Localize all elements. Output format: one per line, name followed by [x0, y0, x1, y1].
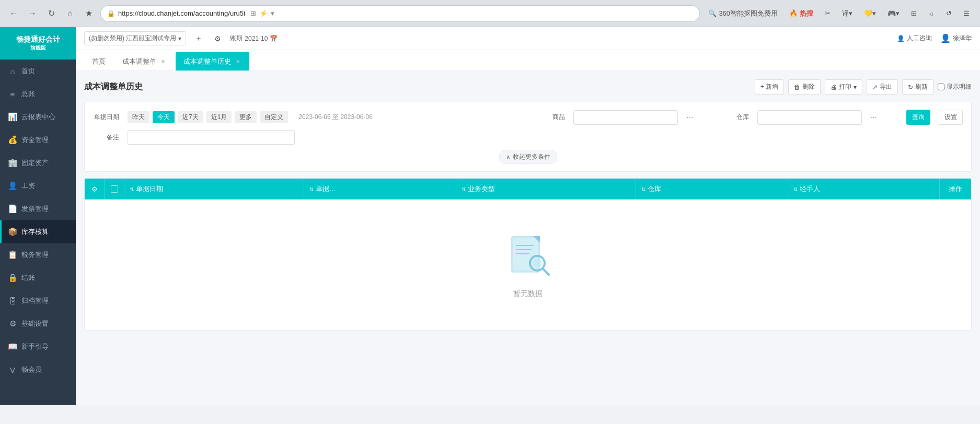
top-bar: (勿删勿禁用) 江西服宝测试专用 ▾ ＋ ⚙ 账期 2021-10 📅 👤 人工…	[76, 27, 980, 50]
scissors-button[interactable]: ✂	[821, 6, 835, 21]
fixed-assets-icon: 🏢	[8, 158, 17, 168]
tab-cost-adjust-history[interactable]: 成本调整单历史 ×	[176, 52, 249, 70]
page-actions: + 新增 🗑 删除 🖨 打印 ▾ ↗ 导出 ↻	[755, 79, 972, 95]
grid-button[interactable]: ⊞	[907, 6, 921, 21]
warehouse-more-icon[interactable]: ···	[870, 113, 877, 122]
date-btn-more[interactable]: 更多	[235, 111, 257, 123]
th-warehouse[interactable]: ⇅ 仓库	[636, 179, 788, 199]
goods-more-icon[interactable]: ···	[686, 113, 693, 122]
th-handler[interactable]: ⇅ 经手人	[788, 179, 940, 199]
company-selector[interactable]: (勿删勿禁用) 江西服宝测试专用 ▾	[84, 31, 186, 45]
user-avatar-icon: 👤	[940, 33, 951, 43]
tab-close-history[interactable]: ×	[234, 58, 241, 65]
export-button[interactable]: ↗ 导出	[867, 79, 898, 95]
th-settings[interactable]: ⚙	[85, 179, 105, 199]
page-header: 成本调整单历史 + 新增 🗑 删除 🖨 打印 ▾ ↗ 导出	[84, 79, 972, 95]
tab-nav: 首页 成本调整单 × 成本调整单历史 ×	[76, 50, 980, 71]
sidebar-item-inventory[interactable]: 📦 库存核算	[0, 220, 76, 243]
show-bright-checkbox[interactable]	[938, 84, 944, 90]
warehouse-label: 仓库	[723, 113, 749, 122]
app-container: 畅捷通好会计 旗舰版 ⌂ 首页 ≡ 总账 📊 云报表中心 💰 资金管理 🏢	[0, 27, 980, 405]
warehouse-input[interactable]	[757, 110, 862, 125]
sort-date-icon: ⇅	[130, 186, 134, 192]
filter-settings-button[interactable]: 设置	[939, 110, 963, 125]
print-dropdown-icon[interactable]: ▾	[854, 84, 857, 91]
th-date[interactable]: ⇅ 单据日期	[124, 179, 304, 199]
sidebar-item-ledger[interactable]: ≡ 总账	[0, 83, 76, 105]
sidebar-item-funds[interactable]: 💰 资金管理	[0, 128, 76, 151]
sidebar-item-invoice[interactable]: 📄 发票管理	[0, 197, 76, 220]
th-biz-type[interactable]: ⇅ 业务类型	[456, 179, 636, 199]
collapse-icon: ∧	[506, 154, 511, 161]
th-num[interactable]: ⇅ 单据...	[304, 179, 456, 199]
main-content: (勿删勿禁用) 江西服宝测试专用 ▾ ＋ ⚙ 账期 2021-10 📅 👤 人工…	[76, 27, 980, 405]
remark-label: 备注	[93, 133, 119, 142]
hot-search-button[interactable]: 🔥 热搜	[785, 6, 817, 21]
dropdown-icon[interactable]: ▾	[271, 9, 274, 17]
menu-button[interactable]: ☰	[959, 6, 974, 21]
show-bright-check[interactable]: 显示明细	[938, 83, 972, 91]
date-btn-custom[interactable]: 自定义	[260, 111, 288, 123]
sidebar-item-archive[interactable]: 🗄 归档管理	[0, 289, 76, 312]
sidebar-item-salary[interactable]: 👤 工资	[0, 174, 76, 197]
sort-warehouse-icon: ⇅	[641, 186, 645, 192]
undo-button[interactable]: ↺	[942, 6, 956, 21]
home-button[interactable]: ⌂	[63, 6, 77, 21]
export-icon: ↗	[872, 84, 878, 91]
sidebar-item-guide[interactable]: 📖 新手引导	[0, 335, 76, 358]
sun-button[interactable]: ☼	[924, 6, 939, 21]
wallet-button[interactable]: 💛▾	[860, 6, 880, 21]
sidebar-item-closing[interactable]: 🔒 结账	[0, 266, 76, 289]
delete-button[interactable]: 🗑 删除	[788, 79, 821, 95]
tax-icon: 📋	[8, 250, 17, 260]
translate-button[interactable]: 译▾	[838, 6, 857, 21]
query-button[interactable]: 查询	[906, 110, 930, 125]
forward-button[interactable]: →	[25, 6, 40, 21]
tab-home[interactable]: 首页	[84, 52, 113, 70]
sidebar-item-fixed-assets[interactable]: 🏢 固定资产	[0, 151, 76, 174]
table-settings-icon[interactable]: ⚙	[91, 185, 98, 193]
remark-input[interactable]	[128, 130, 295, 145]
th-checkbox[interactable]	[105, 179, 124, 199]
date-btn-yesterday[interactable]: 昨天	[128, 111, 149, 123]
user-info[interactable]: 👤 徐泽华	[940, 33, 972, 43]
goods-input[interactable]	[573, 110, 678, 125]
bookmark-button[interactable]: ★	[82, 6, 96, 21]
date-btn-today[interactable]: 今天	[153, 111, 175, 123]
period-info: 账期 2021-10 📅	[230, 34, 278, 43]
apps-icon: ⊞	[250, 9, 256, 17]
sidebar-item-reports[interactable]: 📊 云报表中心	[0, 105, 76, 128]
calendar-icon[interactable]: 📅	[270, 35, 278, 42]
empty-text: 暂无数据	[513, 289, 543, 299]
print-icon: 🖨	[831, 84, 837, 91]
sidebar-item-settings[interactable]: ⚙ 基础设置	[0, 312, 76, 335]
dropdown-arrow-icon: ▾	[178, 35, 181, 42]
sidebar-item-tax[interactable]: 📋 税务管理	[0, 243, 76, 266]
add-company-button[interactable]: ＋	[192, 32, 205, 45]
date-btn-7days[interactable]: 近7天	[178, 111, 203, 123]
th-action: 操作	[940, 179, 971, 199]
add-button[interactable]: + 新增	[755, 79, 784, 95]
back-button[interactable]: ←	[6, 6, 21, 21]
search-tool-button[interactable]: 🔍 360智能抠图免费用	[704, 6, 782, 21]
print-button[interactable]: 🖨 打印 ▾	[825, 79, 862, 95]
sort-num-icon: ⇅	[309, 186, 314, 192]
goods-label: 商品	[539, 113, 565, 122]
date-btn-1month[interactable]: 近1月	[206, 111, 232, 123]
game-button[interactable]: 🎮▾	[883, 6, 904, 21]
tab-close-cost-adjust[interactable]: ×	[159, 58, 167, 65]
sidebar-item-home[interactable]: ⌂ 首页	[0, 60, 76, 83]
tab-cost-adjust[interactable]: 成本调整单 ×	[114, 52, 175, 70]
browser-chrome: ← → ↻ ⌂ ★ 🔒 https://cloud.chanjet.com/ac…	[0, 0, 980, 27]
date-range: 2023-06-06 至 2023-06-06	[298, 113, 372, 122]
refresh-button[interactable]: ↻	[44, 6, 59, 21]
collapse-button[interactable]: ∧ 收起更多条件	[499, 150, 557, 164]
company-settings-icon[interactable]: ⚙	[211, 32, 224, 45]
refresh-button[interactable]: ↻ 刷新	[902, 79, 933, 95]
address-bar[interactable]: 🔒 https://cloud.chanjet.com/accounting/u…	[100, 5, 700, 22]
consult-button[interactable]: 👤 人工咨询	[897, 34, 932, 43]
sidebar-item-vip[interactable]: V 畅会员	[0, 358, 76, 381]
header-checkbox[interactable]	[111, 185, 118, 193]
sidebar-logo: 畅捷通好会计 旗舰版	[0, 27, 76, 60]
invoice-icon: 📄	[8, 204, 17, 214]
